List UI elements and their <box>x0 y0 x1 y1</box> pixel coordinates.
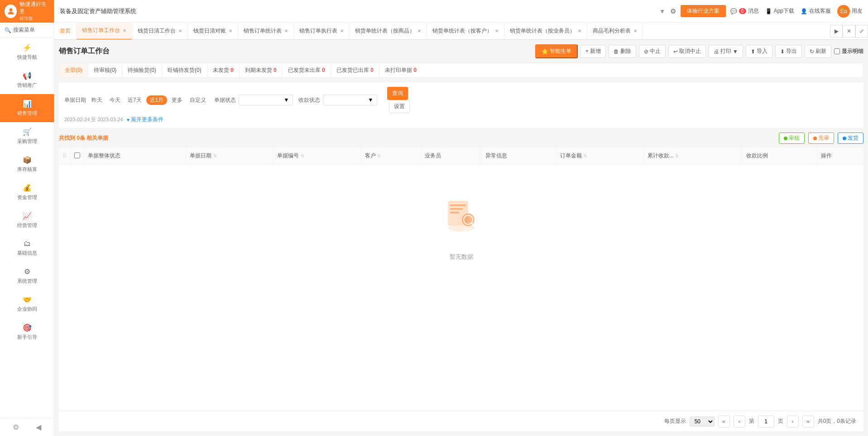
date-btn-yesterday[interactable]: 昨天 <box>89 95 105 105</box>
message-action[interactable]: 💬 6 消息 <box>730 7 759 15</box>
sidebar-item-marketing[interactable]: 📢 营销推广 <box>0 66 54 94</box>
tab-sales-summary-staff-close[interactable]: ✕ <box>578 28 581 33</box>
tab-maximize-btn[interactable]: ⤢ <box>855 25 868 38</box>
status-select[interactable]: ▼ <box>239 95 293 105</box>
per-page-select[interactable]: 50 10 20 100 <box>690 417 715 427</box>
experience-btn[interactable]: 体验行业方案 <box>681 5 726 17</box>
sidebar-item-sales[interactable]: 📊 销售管理 <box>0 94 54 122</box>
date-btn-today[interactable]: 今天 <box>107 95 123 105</box>
date-btn-7days[interactable]: 近7天 <box>125 95 144 105</box>
print-icon: 🖨 <box>714 48 719 55</box>
sidebar-item-newbie[interactable]: 🎯 新手引导 <box>0 318 54 346</box>
empty-icon <box>439 192 484 246</box>
tab-product-margin-close[interactable]: ✕ <box>633 28 637 33</box>
tab-home[interactable]: 首页 <box>54 23 77 40</box>
col-number[interactable]: 单据编号 ⇅ <box>273 147 361 165</box>
ship-btn[interactable]: 发货 <box>838 133 863 144</box>
date-btn-more[interactable]: 更多 <box>169 95 185 105</box>
stop-btn[interactable]: ⊘ 中止 <box>639 45 666 58</box>
col-date[interactable]: 单据日期 ⇅ <box>186 147 273 165</box>
filter-tab-pending-review[interactable]: 待审核(0) <box>88 63 123 77</box>
page-last-btn[interactable]: » <box>802 416 814 427</box>
filter-tab-overdue[interactable]: 到期未发货 0 <box>240 63 283 77</box>
tab-sales-summary-product[interactable]: 销货单统计表（按商品） ✕ <box>350 23 427 40</box>
page-next-btn[interactable]: › <box>787 416 799 427</box>
payment-select[interactable]: ▼ <box>323 95 377 105</box>
sidebar-item-operations[interactable]: 📈 经营管理 <box>0 206 54 234</box>
sidebar-item-quick-nav[interactable]: ⚡ 快捷导航 <box>0 38 54 66</box>
message-label: 消息 <box>748 7 759 15</box>
tab-cash-reconcile[interactable]: 钱货日清对账 ✕ <box>188 23 238 40</box>
user-action[interactable]: Ea 用友 <box>837 5 863 18</box>
cancel-review-label: 充审 <box>818 134 829 142</box>
query-btn[interactable]: 查询 <box>387 87 408 100</box>
quick-nav-icon: ⚡ <box>23 43 32 52</box>
col-customer[interactable]: 客户 ⇅ <box>361 147 421 165</box>
settings-filter-btn[interactable]: 设置 <box>389 100 410 113</box>
tab-sales-stat[interactable]: 销售订单统计表 ✕ <box>238 23 294 40</box>
review-btn[interactable]: 审核 <box>779 133 805 144</box>
filter-tab-not-shipped[interactable]: 未发货 0 <box>207 63 240 77</box>
sidebar-search[interactable]: 🔍 搜索菜单 <box>0 23 54 38</box>
date-filter-label: 单据日期 <box>64 96 86 104</box>
sidebar-item-purchase[interactable]: 🛒 采购管理 <box>0 122 54 150</box>
sidebar-item-enterprise[interactable]: 🤝 企业协同 <box>0 290 54 318</box>
tab-cash-daily-close[interactable]: ✕ <box>178 28 182 33</box>
col-customer-label: 客户 <box>365 152 376 159</box>
tab-close-all-btn[interactable]: ✕ <box>843 25 855 38</box>
import-btn[interactable]: ⬆ 导入 <box>746 45 772 58</box>
cancel-stop-btn[interactable]: ↩ 取消中止 <box>668 45 706 58</box>
expand-btn[interactable]: ▾ 展开更多条件 <box>127 116 163 123</box>
tab-sales-summary-staff[interactable]: 销货单统计表（按业务员） ✕ <box>504 23 587 40</box>
tab-sales-order-close[interactable]: ✕ <box>123 28 126 33</box>
tab-sales-order[interactable]: 销售订单工作台 ✕ <box>77 23 132 40</box>
date-btn-custom[interactable]: 自定义 <box>187 95 209 105</box>
sidebar-item-inventory[interactable]: 📦 库存核算 <box>0 150 54 178</box>
date-btn-1month[interactable]: 近1月 <box>146 95 168 105</box>
col-collected[interactable]: 累计收款... ⇅ <box>643 147 743 165</box>
sidebar-collapse-icon[interactable]: ◀ <box>36 423 41 431</box>
tab-sales-exec[interactable]: 销售订单执行表 ✕ <box>294 23 350 40</box>
select-all-checkbox[interactable] <box>74 152 80 158</box>
delete-btn[interactable]: 🗑 删除 <box>609 45 636 58</box>
tab-cash-reconcile-close[interactable]: ✕ <box>229 28 232 33</box>
tab-product-margin[interactable]: 商品毛利分析表 ✕ <box>587 23 643 40</box>
page-prev-btn[interactable]: ‹ <box>734 416 745 427</box>
show-detail-toggle[interactable]: 显示明细 <box>834 47 863 55</box>
filter-tab-wangpu[interactable]: 旺铺待发货(0) <box>162 63 207 77</box>
col-amount[interactable]: 订单金额 ⇅ <box>556 147 643 165</box>
tab-sales-summary-customer[interactable]: 销货单统计表（按客户） ✕ <box>427 23 504 40</box>
tab-product-margin-label: 商品毛利分析表 <box>593 27 631 35</box>
sidebar-item-finance[interactable]: 💰 资金管理 <box>0 178 54 206</box>
tab-sales-stat-close[interactable]: ✕ <box>284 28 288 33</box>
filter-tab-shipped-not-out[interactable]: 已发货未出库 0 <box>283 63 331 77</box>
online-service-action[interactable]: 👤 在线客服 <box>801 7 831 15</box>
tab-sales-summary-customer-close[interactable]: ✕ <box>495 28 499 33</box>
page-input[interactable] <box>758 416 774 427</box>
tab-scroll-right-btn[interactable]: ▶ <box>830 25 843 38</box>
topbar-settings-icon[interactable]: ⚙ <box>670 7 676 15</box>
sidebar-item-system[interactable]: ⚙ 系统管理 <box>0 262 54 290</box>
add-btn[interactable]: + 新增 <box>580 45 606 58</box>
page-first-btn[interactable]: « <box>718 416 730 427</box>
col-number-sort: ⇅ <box>301 153 304 158</box>
finance-label: 资金管理 <box>17 194 37 201</box>
tab-sales-exec-close[interactable]: ✕ <box>340 28 344 33</box>
refresh-btn[interactable]: ↻ 刷新 <box>805 45 831 58</box>
export-btn[interactable]: ⬇ 导出 <box>775 45 802 58</box>
tab-sales-summary-product-close[interactable]: ✕ <box>417 28 421 33</box>
sidebar-item-basic-info[interactable]: 🗂 基础信息 <box>0 234 54 262</box>
filter-tab-all[interactable]: 全部(0) <box>59 63 88 77</box>
filter-tab-pending-inspect[interactable]: 待抽验货(0) <box>122 63 162 77</box>
sidebar-settings-icon[interactable]: ⚙ <box>13 423 19 431</box>
show-detail-checkbox[interactable] <box>834 48 840 54</box>
smart-gen-btn[interactable]: ⭐ 智能生单 <box>535 44 578 58</box>
filter-tab-shipped-out[interactable]: 已发货已出库 0 <box>331 63 379 77</box>
system-dropdown-icon[interactable]: ▼ <box>659 8 666 15</box>
filter-tab-not-printed[interactable]: 未打印单据 0 <box>379 63 422 77</box>
col-amount-sort: ⇅ <box>583 153 587 158</box>
print-btn[interactable]: 🖨 打印 ▼ <box>709 45 743 58</box>
app-download-action[interactable]: 📱 App下载 <box>765 7 794 15</box>
cancel-review-btn[interactable]: 充审 <box>808 133 834 144</box>
tab-cash-daily[interactable]: 钱货日清工作台 ✕ <box>132 23 188 40</box>
